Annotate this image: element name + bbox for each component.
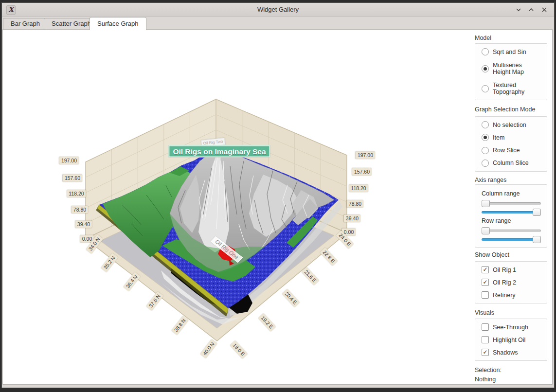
column-range-min-slider[interactable] bbox=[482, 200, 541, 204]
selection-mode-groupbox: No selection Item Row Slice Column Slice bbox=[475, 116, 547, 172]
selection-status-label: Selection: bbox=[475, 367, 502, 374]
show-object-groupbox: ✓ Oil Rig 1 ✓ Oil Rig 2 Refinery bbox=[475, 261, 547, 303]
axis-ranges-groupbox: Column range Row range bbox=[475, 184, 547, 248]
radio-icon bbox=[482, 147, 489, 154]
radio-column-slice[interactable]: Column Slice bbox=[482, 160, 543, 167]
slider-handle[interactable] bbox=[533, 209, 541, 216]
radio-selected-icon bbox=[482, 65, 489, 72]
elevation-tick-right: 197.00 bbox=[356, 152, 375, 159]
elevation-tick-left: 197.00 bbox=[59, 157, 79, 164]
visuals-section-label: Visuals bbox=[475, 309, 494, 316]
elevation-tick-right: 118.20 bbox=[349, 185, 368, 192]
checkbox-icon bbox=[482, 336, 489, 343]
row-range-max-slider[interactable] bbox=[482, 236, 541, 240]
checkbox-icon bbox=[482, 291, 489, 299]
elevation-tick-left: 78.80 bbox=[72, 206, 88, 214]
tab-bar-graph[interactable]: Bar Graph bbox=[3, 18, 48, 29]
minimize-icon[interactable] bbox=[514, 6, 523, 14]
model-section-label: Model bbox=[475, 35, 491, 41]
radio-icon bbox=[482, 85, 489, 92]
checkbox-oil-rig-2[interactable]: ✓ Oil Rig 2 bbox=[482, 279, 543, 286]
row-range-min-slider[interactable] bbox=[482, 227, 541, 231]
slider-handle[interactable] bbox=[482, 200, 490, 207]
elevation-tick-right: 78.80 bbox=[347, 200, 363, 208]
axis-ranges-section-label: Axis ranges bbox=[475, 177, 506, 183]
checkbox-shadows[interactable]: ✓ Shadows bbox=[482, 349, 543, 356]
visuals-groupbox: See-Through Highlight Oil ✓ Shadows bbox=[475, 319, 547, 361]
column-range-max-slider[interactable] bbox=[482, 209, 541, 213]
elevation-tick-left: 39.40 bbox=[75, 221, 92, 228]
radio-sqrt-and-sin[interactable]: Sqrt and Sin bbox=[482, 48, 543, 55]
checkbox-checked-icon: ✓ bbox=[482, 279, 489, 286]
radio-row-slice[interactable]: Row Slice bbox=[482, 147, 543, 154]
app-window: X Widget Gallery Bar Graph Scatter Graph… bbox=[2, 3, 554, 388]
checkbox-refinery[interactable]: Refinery bbox=[482, 291, 543, 299]
radio-icon bbox=[482, 160, 489, 167]
radio-selected-icon bbox=[482, 134, 489, 141]
radio-multiseries-height-map[interactable]: Multiseries Height Map bbox=[482, 62, 543, 75]
checkbox-icon bbox=[482, 323, 489, 331]
radio-icon bbox=[482, 121, 489, 128]
radio-icon bbox=[482, 48, 489, 55]
elevation-tick-left: 157.60 bbox=[63, 175, 82, 182]
radio-item[interactable]: Item bbox=[482, 134, 543, 141]
close-icon[interactable] bbox=[540, 6, 549, 14]
checkbox-checked-icon: ✓ bbox=[482, 266, 489, 273]
window-title: Widget Gallery bbox=[2, 3, 554, 16]
tab-surface-graph[interactable]: Surface Graph bbox=[90, 17, 146, 30]
column-range-label: Column range bbox=[482, 190, 543, 197]
row-range-label: Row range bbox=[482, 217, 543, 224]
surface-graph-page: Oil Rig Two Oil Rigs on Imaginary Sea Oi… bbox=[2, 29, 553, 385]
show-object-section-label: Show Object bbox=[475, 251, 509, 258]
slider-handle[interactable] bbox=[533, 236, 541, 243]
checkbox-checked-icon: ✓ bbox=[482, 349, 489, 356]
selection-status-value: Nothing bbox=[475, 376, 496, 383]
radio-textured-topography[interactable]: Textured Topography bbox=[482, 82, 543, 95]
checkbox-highlight-oil[interactable]: Highlight Oil bbox=[482, 336, 543, 343]
slider-handle[interactable] bbox=[482, 227, 490, 234]
tab-bar: Bar Graph Scatter Graph Surface Graph bbox=[2, 16, 554, 29]
checkbox-oil-rig-1[interactable]: ✓ Oil Rig 1 bbox=[482, 266, 543, 273]
elevation-tick-right: 157.60 bbox=[352, 168, 372, 176]
graph-title: Oil Rigs on Imaginary Sea bbox=[168, 145, 270, 158]
radio-no-selection[interactable]: No selection bbox=[482, 121, 543, 128]
model-groupbox: Sqrt and Sin Multiseries Height Map Text… bbox=[475, 43, 547, 100]
maximize-icon[interactable] bbox=[527, 6, 536, 14]
elevation-tick-right: 39.40 bbox=[344, 215, 360, 222]
checkbox-see-through[interactable]: See-Through bbox=[482, 323, 543, 331]
elevation-tick-left: 118.20 bbox=[67, 190, 86, 197]
title-bar: X Widget Gallery bbox=[2, 3, 554, 17]
selection-mode-section-label: Graph Selection Mode bbox=[475, 106, 535, 113]
